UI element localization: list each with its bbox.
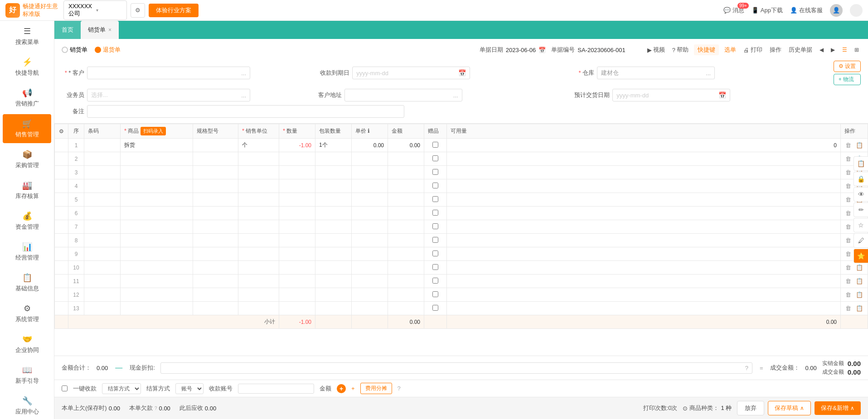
unit-price-cell[interactable]: [352, 166, 388, 179]
gift-cell[interactable]: [424, 302, 447, 315]
delete-icon[interactable]: 🗑: [845, 305, 851, 312]
amount-input[interactable]: [238, 384, 314, 394]
gift-cell[interactable]: [424, 166, 447, 179]
quantity-cell[interactable]: [279, 234, 315, 247]
sidebar-item-system[interactable]: ⚙ 系统管理: [3, 299, 51, 328]
right-tool-notes[interactable]: 📋: [853, 156, 868, 171]
quantity-cell[interactable]: [279, 220, 315, 234]
delete-icon[interactable]: 🗑: [845, 264, 851, 271]
spec-cell[interactable]: [193, 220, 238, 234]
shortcut-button[interactable]: 快捷键: [694, 44, 719, 55]
product-cell[interactable]: [121, 302, 193, 315]
product-cell[interactable]: [121, 247, 193, 261]
message-button[interactable]: 💬 消息 99+: [723, 6, 744, 14]
pack-qty-cell[interactable]: [315, 275, 352, 288]
col-settings-header[interactable]: ⚙: [55, 124, 68, 139]
account-select[interactable]: 账号: [175, 383, 204, 394]
tab-home[interactable]: 首页: [54, 21, 81, 39]
unit-cell[interactable]: [238, 193, 279, 207]
amount-cell[interactable]: [388, 288, 424, 302]
product-cell[interactable]: [121, 275, 193, 288]
spec-cell[interactable]: [193, 139, 238, 152]
unit-cell[interactable]: [238, 220, 279, 234]
unit-price-cell[interactable]: 0.00: [352, 139, 388, 152]
grid-view-button[interactable]: ⊞: [853, 46, 861, 54]
unit-price-cell[interactable]: [352, 275, 388, 288]
delete-icon[interactable]: 🗑: [845, 169, 851, 176]
unit-cell[interactable]: [238, 207, 279, 220]
amount-cell[interactable]: [388, 247, 424, 261]
unit-price-cell[interactable]: [352, 179, 388, 193]
sidebar-item-enterprise[interactable]: 🤝 企业协同: [3, 330, 51, 359]
spec-cell[interactable]: [193, 234, 238, 247]
save-draft-button[interactable]: 保存草稿 ∧: [768, 401, 811, 415]
copy-icon[interactable]: 📋: [856, 264, 863, 271]
gift-cell[interactable]: [424, 288, 447, 302]
sidebar-item-finance[interactable]: 💰 资金管理: [3, 207, 51, 236]
quantity-cell[interactable]: [279, 288, 315, 302]
amount-cell[interactable]: [388, 152, 424, 166]
amount-cell[interactable]: [388, 302, 424, 315]
copy-icon[interactable]: 📋: [856, 278, 863, 284]
video-button[interactable]: ▶ 视频: [645, 45, 667, 55]
customer-input[interactable]: ...: [87, 67, 250, 79]
product-cell[interactable]: 拆货: [121, 139, 193, 152]
unit-price-cell[interactable]: [352, 207, 388, 220]
sidebar-item-apps[interactable]: 🔧 应用中心: [3, 391, 51, 419]
next-record-button[interactable]: ▶: [829, 46, 837, 54]
barcode-cell[interactable]: [84, 179, 121, 193]
return-order-radio[interactable]: 退货单: [95, 46, 121, 54]
operation-button[interactable]: 操作: [768, 45, 783, 55]
sidebar-item-base-info[interactable]: 📋 基础信息: [3, 268, 51, 297]
global-settings-button[interactable]: ⚙: [131, 3, 145, 18]
scan-button[interactable]: 扫码录入: [141, 127, 166, 135]
unit-cell[interactable]: [238, 247, 279, 261]
unit-price-cell[interactable]: [352, 193, 388, 207]
pack-qty-cell[interactable]: [315, 247, 352, 261]
pack-qty-cell[interactable]: [315, 207, 352, 220]
avatar-expand[interactable]: [850, 4, 863, 17]
pack-qty-cell[interactable]: [315, 220, 352, 234]
barcode-cell[interactable]: [84, 139, 121, 152]
tab-close-icon[interactable]: ×: [108, 27, 112, 33]
gift-cell[interactable]: [424, 139, 447, 152]
delete-icon[interactable]: 🗑: [845, 155, 851, 162]
spec-cell[interactable]: [193, 275, 238, 288]
delete-icon[interactable]: 🗑: [845, 142, 851, 149]
right-tool-pen[interactable]: 🖊: [853, 233, 868, 248]
gift-cell[interactable]: [424, 261, 447, 275]
right-tool-lock[interactable]: 🔒: [853, 172, 868, 186]
pack-qty-cell[interactable]: [315, 288, 352, 302]
unit-cell[interactable]: 个: [238, 139, 279, 152]
amount-cell[interactable]: [388, 220, 424, 234]
delete-icon[interactable]: 🗑: [845, 291, 851, 298]
history-button[interactable]: 历史单据: [787, 45, 814, 55]
pack-qty-cell[interactable]: [315, 152, 352, 166]
barcode-cell[interactable]: [84, 220, 121, 234]
prev-record-button[interactable]: ◀: [818, 46, 825, 54]
barcode-cell[interactable]: [84, 288, 121, 302]
company-selector[interactable]: XXXXXX公司 ▾: [63, 0, 127, 20]
delete-icon[interactable]: 🗑: [845, 250, 851, 257]
spec-cell[interactable]: [193, 193, 238, 207]
amount-cell[interactable]: 0.00: [388, 139, 424, 152]
barcode-cell[interactable]: [84, 166, 121, 179]
one-click-payment-checkbox[interactable]: [62, 385, 68, 391]
unit-cell[interactable]: [238, 179, 279, 193]
product-cell[interactable]: [121, 261, 193, 275]
expense-help-icon[interactable]: ?: [398, 385, 401, 392]
amount-cell[interactable]: [388, 234, 424, 247]
spec-cell[interactable]: [193, 302, 238, 315]
unit-cell[interactable]: [238, 234, 279, 247]
gift-cell[interactable]: [424, 247, 447, 261]
warehouse-input[interactable]: 建材仓 ...: [597, 67, 715, 79]
delete-icon[interactable]: 🗑: [845, 237, 851, 244]
barcode-cell[interactable]: [84, 302, 121, 315]
save-new-button[interactable]: 保存&新增 ∧: [815, 401, 861, 415]
right-tool-view[interactable]: 👁: [853, 187, 868, 202]
sidebar-item-sales[interactable]: 🛒 销售管理: [3, 114, 51, 143]
gift-cell[interactable]: [424, 193, 447, 207]
cash-discount-help-icon[interactable]: ?: [745, 365, 748, 371]
list-view-button[interactable]: ☰: [840, 46, 849, 54]
spec-cell[interactable]: [193, 247, 238, 261]
